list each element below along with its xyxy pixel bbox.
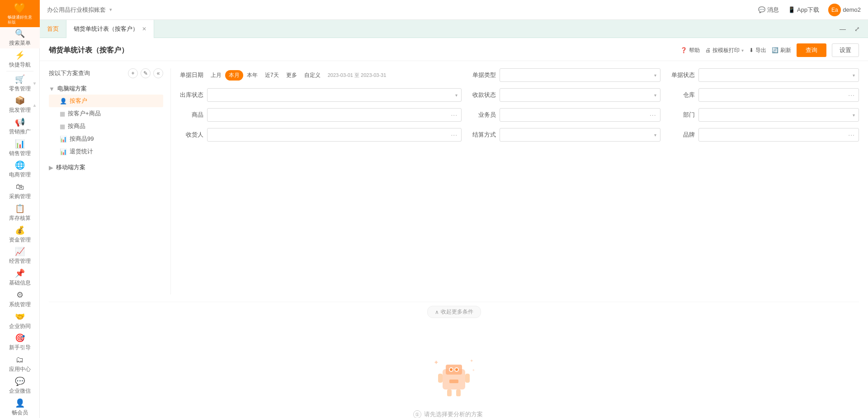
download-icon: 📱 — [788, 6, 795, 13]
salesperson-control[interactable]: ··· — [500, 108, 660, 122]
date-label: 单据日期 — [180, 71, 207, 79]
sidebar-item-retail[interactable]: 🛒 零售管理 ▼ — [0, 72, 40, 94]
print-btn[interactable]: 🖨 按模板打印 ▾ — [705, 47, 744, 54]
sidebar-item-sales[interactable]: 📊 销售管理 — [0, 137, 40, 159]
sidebar-ecommerce-label: 电商管理 — [9, 171, 31, 179]
sidebar-separator — [6, 71, 33, 71]
sidebar-collab-label: 企业协同 — [9, 323, 31, 330]
scheme-item-goods[interactable]: ▦ 按商品 — [49, 120, 163, 133]
scheme-item-goods99[interactable]: 📊 按商品99 — [49, 133, 163, 145]
print-dropdown-icon[interactable]: ▾ — [741, 48, 744, 53]
message-action[interactable]: 💬 消息 — [758, 6, 779, 14]
date-tab-thismonth[interactable]: 本月 — [225, 70, 243, 81]
collapse-label: 收起更多条件 — [441, 308, 473, 316]
date-tabs: 上月 本月 本年 近7天 更多 自定义 2023-03-01 至 2023-03… — [207, 70, 462, 81]
scheme-edit-btn[interactable]: ✎ — [141, 68, 151, 78]
scheme-group-pc-header[interactable]: ▼ 电脑端方案 — [49, 83, 163, 95]
sidebar-item-quicknav[interactable]: ⚡ 快捷导航 — [0, 48, 40, 70]
scheme-collapse-btn[interactable]: « — [153, 68, 163, 78]
collapse-btn[interactable]: ∧ 收起更多条件 — [427, 306, 481, 318]
sidebar-item-wechat[interactable]: 💬 企业微信 — [0, 375, 40, 396]
receiver-control[interactable]: ··· — [207, 128, 462, 142]
quicknav-icon: ⚡ — [15, 50, 25, 60]
logo-text: 畅捷通好生意 标版 — [8, 15, 32, 25]
customer-goods-icon: ▦ — [60, 110, 65, 117]
scheme-goods-label: 按商品 — [68, 122, 85, 130]
tab-home[interactable]: 首页 — [40, 20, 66, 38]
sidebar-item-basic[interactable]: 📌 基础信息 — [0, 267, 40, 289]
date-tab-lastmonth[interactable]: 上月 — [207, 70, 225, 81]
member-icon: 👤 — [15, 398, 25, 408]
sidebar-item-member[interactable]: 👤 畅会员 — [0, 396, 40, 418]
retail-arrow-icon: ▼ — [33, 81, 37, 86]
tab-bar-actions: — ⤢ — [837, 24, 868, 34]
scheme-item-return[interactable]: 📊 退货统计 — [49, 145, 163, 158]
warehouse-label: 仓库 — [671, 91, 698, 99]
breadcrumb-dropdown-icon[interactable]: ▾ — [109, 7, 112, 13]
scheme-item-customer[interactable]: 👤 按客户 — [49, 95, 163, 107]
sidebar-item-appcenter[interactable]: 🗂 应用中心 — [0, 353, 40, 375]
scheme-group-mobile-header[interactable]: ▶ 移动端方案 — [49, 162, 163, 173]
filter-row-4: 收货人 ··· 结算方式 ▾ — [180, 128, 859, 142]
settlement-control[interactable]: ▾ — [500, 128, 660, 142]
department-dropdown-icon: ▾ — [853, 113, 855, 118]
filter-stock-status: 出库状态 ▾ — [180, 88, 462, 102]
print-icon: 🖨 — [705, 47, 711, 53]
goods-control[interactable]: ··· — [207, 108, 462, 122]
order-status-control[interactable]: ▾ — [698, 68, 859, 82]
app-download-action[interactable]: 📱 App下载 — [788, 6, 819, 14]
sidebar-item-finance[interactable]: 💰 资金管理 — [0, 223, 40, 245]
scheme-item-customer-goods[interactable]: ▦ 按客户+商品 — [49, 107, 163, 120]
appcenter-icon: 🗂 — [16, 355, 24, 365]
sidebar-item-search[interactable]: 🔍 搜索菜单 — [0, 27, 40, 49]
system-icon: ⚙ — [16, 290, 24, 300]
payment-status-control[interactable]: ▾ — [500, 88, 660, 102]
user-profile[interactable]: Ea demo2 — [828, 4, 861, 16]
brand-control[interactable]: ··· — [698, 128, 859, 142]
query-button[interactable]: 查询 — [797, 43, 826, 57]
tab-sales-stat[interactable]: 销货单统计表（按客户） ✕ — [66, 20, 154, 38]
date-tab-more[interactable]: 更多 — [283, 70, 301, 81]
sidebar-item-guide[interactable]: 🎯 新手引导 — [0, 332, 40, 353]
sidebar-marketing-label: 营销推广 — [9, 128, 31, 136]
sidebar-item-collab[interactable]: 🤝 企业协同 — [0, 310, 40, 332]
date-tab-thisyear[interactable]: 本年 — [243, 70, 261, 81]
sidebar-item-ecommerce[interactable]: 🌐 电商管理 — [0, 159, 40, 180]
sidebar-item-system[interactable]: ⚙ 系统管理 — [0, 288, 40, 310]
basic-icon: 📌 — [15, 268, 25, 278]
date-tab-7days[interactable]: 近7天 — [261, 70, 283, 81]
svg-text:✦: ✦ — [470, 358, 473, 363]
sidebar-item-inventory[interactable]: 📋 库存核算 — [0, 202, 40, 224]
return-icon: 📊 — [60, 148, 67, 155]
mobile-group-label: 移动端方案 — [56, 163, 85, 171]
date-tab-custom[interactable]: 自定义 — [301, 70, 324, 81]
sidebar-finance-label: 资金管理 — [9, 236, 31, 244]
sidebar-item-wholesale[interactable]: 📦 批发管理 ▲ — [0, 94, 40, 116]
svg-rect-1 — [446, 365, 462, 375]
order-type-control[interactable]: ▾ — [500, 68, 660, 82]
scheme-add-btn[interactable]: + — [128, 68, 138, 78]
department-control[interactable]: ▾ — [698, 108, 859, 122]
refresh-btn[interactable]: 🔄 刷新 — [772, 47, 791, 54]
retail-icon: 🛒 — [15, 74, 25, 84]
export-btn[interactable]: ⬇ 导出 — [749, 47, 766, 54]
stock-status-control[interactable]: ▾ — [207, 88, 462, 102]
tab-minimize-btn[interactable]: — — [837, 24, 848, 34]
sidebar-item-marketing[interactable]: 📢 营销推广 — [0, 116, 40, 138]
sidebar-item-management[interactable]: 📈 经营管理 — [0, 245, 40, 267]
order-status-dropdown-icon: ▾ — [853, 73, 855, 78]
stock-status-dropdown-icon: ▾ — [455, 93, 458, 98]
tab-expand-btn[interactable]: ⤢ — [852, 24, 863, 34]
date-range-text: 2023-03-01 至 2023-03-31 — [328, 72, 387, 79]
sidebar-item-purchase[interactable]: 🛍 采购管理 — [0, 180, 40, 202]
settings-button[interactable]: 设置 — [832, 43, 859, 57]
warehouse-control[interactable]: ··· — [698, 88, 859, 102]
help-btn[interactable]: ❓ 帮助 — [680, 47, 700, 54]
scheme-title: 按以下方案查询 — [49, 69, 90, 77]
filter-warehouse: 仓库 ··· — [671, 88, 859, 102]
svg-rect-7 — [465, 374, 470, 383]
filter-panel: 按以下方案查询 + ✎ « ▼ 电脑端方案 — [40, 61, 868, 302]
tab-close-icon[interactable]: ✕ — [142, 26, 146, 32]
filter-row-3: 商品 ··· 业务员 ··· — [180, 108, 859, 122]
user-name: demo2 — [843, 6, 861, 13]
